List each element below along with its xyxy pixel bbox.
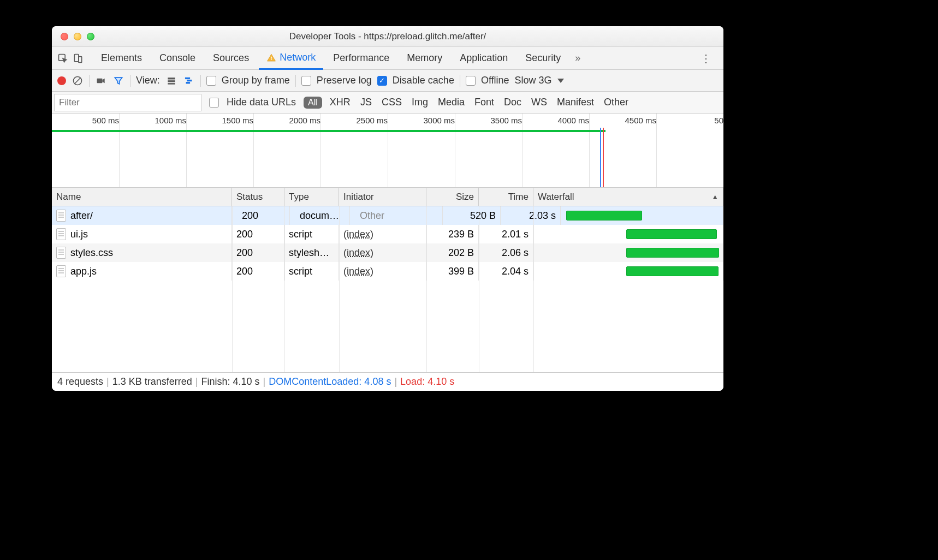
request-status: 200: [232, 225, 284, 243]
request-name: app.js: [70, 266, 97, 277]
tab-performance[interactable]: Performance: [325, 47, 397, 69]
status-load: Load: 4.10 s: [400, 376, 454, 388]
timeline-tick: 4000 ms: [557, 116, 589, 125]
offline-checkbox[interactable]: [466, 76, 476, 86]
filter-funnel-icon[interactable]: [112, 75, 124, 87]
status-dcl: DOMContentLoaded: 4.08 s: [269, 376, 391, 388]
svg-rect-8: [168, 78, 175, 79]
request-grid: Name Status Type Initiator Size Time Wat…: [52, 188, 723, 372]
col-size[interactable]: Size: [426, 188, 479, 206]
titlebar: Developer Tools - https://preload.glitch…: [52, 26, 723, 47]
svg-line-6: [75, 78, 80, 84]
tab-application[interactable]: Application: [452, 47, 515, 69]
col-initiator[interactable]: Initiator: [339, 188, 426, 206]
filter-type-manifest[interactable]: Manifest: [557, 97, 594, 108]
dcl-marker: [600, 128, 601, 187]
svg-rect-2: [79, 56, 82, 62]
col-status[interactable]: Status: [232, 188, 284, 206]
timeline-tick: 3500 ms: [490, 116, 522, 125]
filter-input[interactable]: [54, 94, 201, 111]
svg-rect-3: [271, 56, 272, 58]
svg-rect-10: [168, 83, 175, 85]
col-waterfall[interactable]: Waterfall ▲: [533, 188, 723, 206]
throttling-select[interactable]: Slow 3G: [515, 75, 564, 86]
request-name: styles.css: [70, 247, 113, 259]
request-waterfall: [566, 206, 723, 225]
sort-arrow-icon: ▲: [711, 193, 719, 201]
file-icon: [56, 247, 66, 259]
col-name[interactable]: Name: [52, 188, 232, 206]
tab-security[interactable]: Security: [518, 47, 568, 69]
svg-rect-1: [74, 54, 79, 61]
filter-type-media[interactable]: Media: [438, 97, 465, 108]
file-icon: [56, 210, 66, 222]
camera-icon[interactable]: [95, 75, 107, 87]
request-initiator[interactable]: (index): [343, 266, 373, 277]
filter-type-font[interactable]: Font: [474, 97, 494, 108]
request-status: 200: [232, 243, 284, 262]
request-waterfall: [533, 243, 723, 262]
preserve-log-label: Preserve log: [317, 75, 372, 86]
filter-type-css[interactable]: CSS: [382, 97, 402, 108]
filter-type-ws[interactable]: WS: [531, 97, 547, 108]
timeline-overview[interactable]: 500 ms1000 ms1500 ms2000 ms2500 ms3000 m…: [52, 114, 723, 188]
filter-type-js[interactable]: JS: [360, 97, 372, 108]
network-toolbar: View: Group by frame Preserve log ✓ Disa…: [52, 70, 723, 92]
col-time[interactable]: Time: [479, 188, 533, 206]
filter-type-all[interactable]: All: [304, 97, 322, 109]
request-size: 202 B: [426, 243, 479, 262]
request-type: script: [284, 262, 339, 281]
preserve-log-checkbox[interactable]: [301, 76, 311, 86]
filter-type-doc[interactable]: Doc: [504, 97, 521, 108]
request-time: 2.04 s: [479, 262, 533, 281]
window-title: Developer Tools - https://preload.glitch…: [52, 31, 723, 42]
tab-network[interactable]: Network: [259, 47, 323, 70]
svg-rect-9: [168, 80, 175, 82]
hide-data-urls-checkbox[interactable]: [209, 98, 219, 108]
request-status: 200: [232, 262, 284, 281]
request-row[interactable]: after/200docum…Other520 B2.03 s: [52, 206, 723, 225]
file-icon: [56, 265, 66, 277]
filter-type-other[interactable]: Other: [604, 97, 628, 108]
large-rows-icon[interactable]: [165, 75, 177, 87]
timeline-tick: 500 ms: [92, 116, 119, 125]
tab-memory[interactable]: Memory: [399, 47, 450, 69]
device-toolbar-icon[interactable]: [72, 53, 85, 64]
col-type[interactable]: Type: [284, 188, 339, 206]
record-button[interactable]: [57, 76, 66, 85]
request-type: script: [284, 225, 339, 243]
status-transferred: 1.3 KB transferred: [112, 376, 192, 388]
panel-tabs: ElementsConsoleSourcesNetworkPerformance…: [52, 47, 723, 70]
request-initiator[interactable]: (index): [343, 247, 373, 259]
request-status: 200: [238, 206, 290, 225]
tab-console[interactable]: Console: [152, 47, 203, 69]
inspect-element-icon[interactable]: [56, 53, 69, 64]
status-bar: 4 requests | 1.3 KB transferred | Finish…: [52, 372, 723, 391]
filter-type-img[interactable]: Img: [412, 97, 428, 108]
svg-rect-12: [187, 80, 191, 81]
filter-type-xhr[interactable]: XHR: [330, 97, 351, 108]
request-time: 2.01 s: [479, 225, 533, 243]
timeline-tick: 1000 ms: [155, 116, 186, 125]
tab-sources[interactable]: Sources: [205, 47, 257, 69]
customize-menu-icon[interactable]: ⋮: [694, 52, 719, 65]
request-row[interactable]: app.js200script(index)399 B2.04 s: [52, 262, 723, 281]
waterfall-view-icon[interactable]: [183, 75, 195, 87]
request-row[interactable]: ui.js200script(index)239 B2.01 s: [52, 225, 723, 243]
grid-body: after/200docum…Other520 B2.03 sui.js200s…: [52, 206, 723, 372]
disable-cache-checkbox[interactable]: ✓: [377, 76, 387, 86]
request-size: 239 B: [426, 225, 479, 243]
more-tabs-chevron-icon[interactable]: »: [571, 52, 585, 64]
tab-elements[interactable]: Elements: [93, 47, 150, 69]
group-by-frame-label: Group by frame: [222, 75, 290, 86]
request-size: 520 B: [448, 206, 501, 225]
offline-label: Offline: [481, 75, 509, 86]
request-initiator[interactable]: Other: [360, 210, 384, 222]
group-by-frame-checkbox[interactable]: [206, 76, 216, 86]
disable-cache-label: Disable cache: [393, 75, 454, 86]
request-initiator[interactable]: (index): [343, 229, 373, 240]
request-row[interactable]: styles.css200stylesh…(index)202 B2.06 s: [52, 243, 723, 262]
devtools-window: Developer Tools - https://preload.glitch…: [52, 26, 723, 391]
clear-icon[interactable]: [72, 75, 84, 87]
load-marker: [603, 128, 604, 187]
